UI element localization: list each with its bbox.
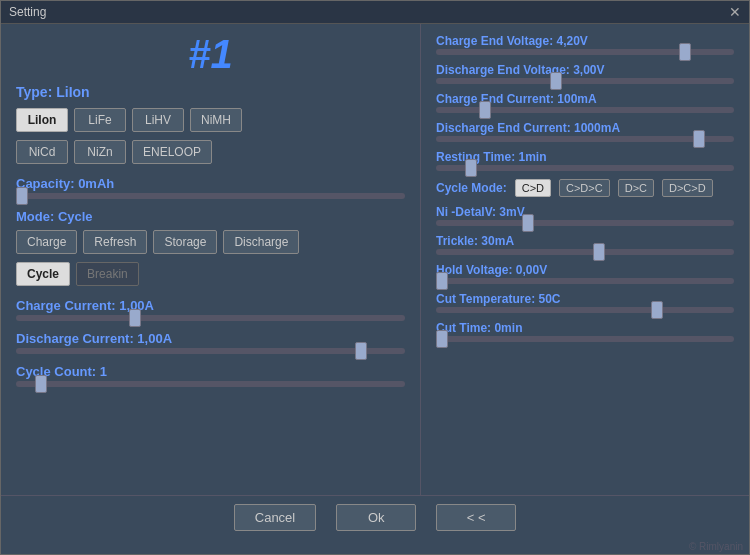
mode-label: Mode: Cycle [16,209,405,224]
ni-delta-slider[interactable] [436,220,734,226]
main-window: Setting ✕ #1 Type: LiIon LiIon LiFe LiHV… [0,0,750,555]
cycle-mode-row: Cycle Mode: C>D C>D>C D>C D>C>D [436,179,734,197]
cut-time-row: Cut Time: 0min [436,321,734,342]
btn-discharge[interactable]: Discharge [223,230,299,254]
cycle-mode-label: Cycle Mode: [436,181,507,195]
btn-nicd[interactable]: NiCd [16,140,68,164]
resting-time-row: Resting Time: 1min [436,150,734,171]
btn-nimh[interactable]: NiMH [190,108,242,132]
btn-cycle[interactable]: Cycle [16,262,70,286]
btn-eneloop[interactable]: ENELOOP [132,140,212,164]
btn-refresh[interactable]: Refresh [83,230,147,254]
btn-breakin[interactable]: Breakin [76,262,139,286]
cut-temp-row: Cut Temperature: 50C [436,292,734,313]
type-button-group: LiIon LiFe LiHV NiMH [16,108,405,132]
cycle-count-slider[interactable] [16,381,405,387]
type-button-group2: NiCd NiZn ENELOOP [16,140,405,164]
btn-storage[interactable]: Storage [153,230,217,254]
hold-voltage-row: Hold Voltage: 0,00V [436,263,734,284]
window-title: Setting [9,5,46,19]
hold-voltage-slider[interactable] [436,278,734,284]
trickle-slider[interactable] [436,249,734,255]
charge-current-slider[interactable] [16,315,405,321]
charge-end-current-row: Charge End Current: 100mA [436,92,734,113]
charge-current-section: Charge Current: 1,00A [16,294,405,321]
discharge-end-current-row: Discharge End Current: 1000mA [436,121,734,142]
discharge-current-section: Discharge Current: 1,00A [16,327,405,354]
btn-dtocd[interactable]: D>C>D [662,179,713,197]
discharge-end-voltage-row: Discharge End Voltage: 3,00V [436,63,734,84]
title-bar: Setting ✕ [1,1,749,24]
cut-temp-slider[interactable] [436,307,734,313]
cycle-count-section: Cycle Count: 1 [16,360,405,387]
type-label: Type: LiIon [16,84,405,100]
close-button[interactable]: ✕ [729,4,741,20]
channel-title: #1 [16,34,405,74]
discharge-end-voltage-slider[interactable] [436,78,734,84]
content-area: #1 Type: LiIon LiIon LiFe LiHV NiMH NiCd… [1,24,749,495]
back-button[interactable]: < < [436,504,516,531]
capacity-section: Capacity: 0mAh [16,172,405,199]
charge-end-current-slider[interactable] [436,107,734,113]
discharge-current-slider[interactable] [16,348,405,354]
cut-time-slider[interactable] [436,336,734,342]
mode-button-group1: Charge Refresh Storage Discharge [16,230,405,254]
btn-life[interactable]: LiFe [74,108,126,132]
btn-lihv[interactable]: LiHV [132,108,184,132]
ni-delta-row: Ni -DetalV: 3mV [436,205,734,226]
charge-end-voltage-slider[interactable] [436,49,734,55]
ok-button[interactable]: Ok [336,504,416,531]
copyright: © Rimlyanin [1,539,749,554]
right-panel: Charge End Voltage: 4,20V Discharge End … [421,24,749,495]
btn-nizn[interactable]: NiZn [74,140,126,164]
discharge-end-current-slider[interactable] [436,136,734,142]
left-panel: #1 Type: LiIon LiIon LiFe LiHV NiMH NiCd… [1,24,421,495]
mode-button-group2: Cycle Breakin [16,262,405,286]
capacity-slider[interactable] [16,193,405,199]
btn-ctod[interactable]: C>D [515,179,551,197]
charge-end-voltage-row: Charge End Voltage: 4,20V [436,34,734,55]
btn-ctodc[interactable]: C>D>C [559,179,610,197]
btn-dtoc[interactable]: D>C [618,179,654,197]
trickle-row: Trickle: 30mA [436,234,734,255]
btn-liion[interactable]: LiIon [16,108,68,132]
btn-charge[interactable]: Charge [16,230,77,254]
resting-time-slider[interactable] [436,165,734,171]
bottom-bar: Cancel Ok < < [1,495,749,539]
cancel-button[interactable]: Cancel [234,504,316,531]
cycle-mode-controls: Cycle Mode: C>D C>D>C D>C D>C>D [436,179,734,197]
